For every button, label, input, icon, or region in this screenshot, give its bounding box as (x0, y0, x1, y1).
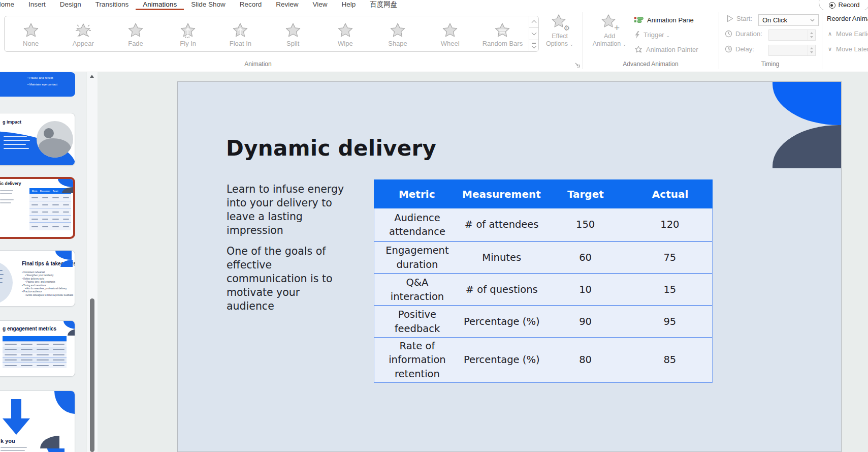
menu-tab-record[interactable]: Record (233, 0, 269, 10)
gallery-item-random-bars[interactable]: Random Bars (476, 16, 529, 51)
shape-animation-star-icon (388, 22, 407, 39)
metrics-table[interactable]: Metric Measurement Target Actual Audienc… (374, 179, 713, 383)
slide-thumbnail-4[interactable]: Final tips & takeaways • Consistent rehe… (0, 250, 75, 307)
start-dropdown[interactable]: On Click (758, 14, 819, 26)
appear-animation-star-icon (74, 22, 93, 39)
chevron-down-icon: ∨ (828, 46, 832, 52)
record-button[interactable]: Record (819, 0, 868, 11)
gallery-item-float-in[interactable]: Float In (214, 16, 267, 51)
spinner-up-icon (810, 47, 813, 49)
quarter-circle-shape (54, 391, 75, 414)
chevron-down-icon: ⌄ (623, 42, 627, 47)
slide-thumbnail-5[interactable]: g engagement metrics (0, 320, 75, 377)
float-in-animation-star-icon (231, 22, 250, 39)
petal-shape (55, 251, 72, 260)
menu-tab-home[interactable]: Home (0, 0, 21, 10)
table-row: Q&A interaction # of questions 10 15 (374, 274, 713, 306)
menu-tab-insert[interactable]: Insert (21, 0, 53, 10)
gallery-item-fly-in[interactable]: Fly In (162, 16, 214, 51)
gallery-more-button[interactable] (529, 40, 538, 51)
effect-options-button[interactable]: ⚙ Effect Options ⌄ (540, 13, 579, 48)
duration-spinner[interactable] (768, 29, 816, 41)
gallery-item-wheel[interactable]: Wheel (424, 16, 476, 51)
gallery-scroll-down-button[interactable] (529, 28, 538, 40)
animation-dialog-launcher[interactable] (574, 62, 580, 68)
add-animation-button[interactable]: + Add Animation ⌄ (587, 13, 632, 48)
table-header-actual: Actual (628, 179, 713, 208)
delay-spinner[interactable] (768, 45, 816, 56)
slide-thumbnail-panel: • Pause and reflect • Maintain eye conta… (0, 72, 86, 452)
slide-body-text[interactable]: Learn to infuse energy into your deliver… (227, 183, 344, 313)
gallery-scroll-up-button[interactable] (529, 16, 538, 28)
animation-gallery: None Appear Fade Fly In (4, 16, 539, 52)
menu-tab-view[interactable]: View (305, 0, 334, 10)
gallery-scrollbar (529, 16, 538, 51)
trigger-button[interactable]: Trigger ⌄ (634, 30, 670, 39)
table-row: Rate of information retention Percentage… (374, 338, 713, 383)
slide-thumbnail-6[interactable]: k you (0, 390, 75, 452)
animation-painter-button[interactable]: Animation Painter (634, 45, 698, 54)
petal-shape (40, 436, 59, 448)
menu-tab-animations[interactable]: Animations (136, 0, 184, 10)
gallery-item-shape[interactable]: Shape (371, 16, 424, 51)
menu-tab-help[interactable]: Help (335, 0, 363, 10)
chevron-down-icon: ⌄ (570, 42, 574, 47)
record-icon (829, 2, 835, 9)
powerpoint-window: Home Insert Design Transitions Animation… (0, 0, 868, 452)
plus-icon: + (614, 23, 620, 33)
table-header-metric: Metric (374, 179, 460, 208)
gear-icon: ⚙ (563, 24, 570, 32)
scrollbar-up-arrow-icon[interactable] (90, 75, 94, 78)
group-label-advanced-animation: Advanced Animation (583, 61, 719, 68)
gallery-item-split[interactable]: Split (267, 16, 319, 51)
petal-shape-blue (773, 82, 842, 125)
move-later-button[interactable]: ∨ Move Later (828, 45, 868, 53)
spinner-arrows[interactable] (808, 30, 815, 40)
menu-tab-review[interactable]: Review (269, 0, 305, 10)
table-header-row: Metric Measurement Target Actual (374, 179, 713, 208)
mini-table (3, 336, 67, 368)
reorder-animation-header: Reorder Animation (827, 15, 868, 22)
animation-painter-icon (634, 46, 642, 53)
mini-table: MetricMeasurementTargetActual (29, 188, 71, 230)
slide-title[interactable]: Dynamic delivery (226, 136, 436, 161)
spinner-arrows[interactable] (808, 45, 815, 55)
ribbon-animations: None Appear Fade Fly In (0, 10, 868, 72)
duration-label-row: Duration: (725, 30, 762, 38)
menu-tab-design[interactable]: Design (53, 0, 88, 10)
petal-shape-dark (773, 125, 842, 168)
gallery-item-wipe[interactable]: Wipe (319, 16, 371, 51)
chevron-down-icon (810, 19, 815, 22)
move-earlier-button[interactable]: ∧ Move Earlier (828, 30, 868, 38)
gallery-item-fade[interactable]: Fade (109, 16, 162, 51)
menu-tab-slide-show[interactable]: Slide Show (184, 0, 233, 10)
clock-icon (725, 45, 732, 53)
slide-thumbnail-2[interactable]: g impact (0, 113, 75, 166)
chevron-down-icon: ⌄ (666, 33, 670, 38)
group-label-animation: Animation (4, 61, 512, 68)
editor-area: • Pause and reflect • Maintain eye conta… (0, 72, 868, 452)
fly-in-animation-star-icon (178, 22, 198, 39)
slide-thumbnail-1[interactable]: • Pause and reflect • Maintain eye conta… (0, 72, 75, 97)
spinner-down-icon (810, 51, 813, 53)
animation-pane-button[interactable]: Animation Pane (634, 15, 694, 24)
menu-tab-baidu-netdisk[interactable]: 百度网盘 (363, 0, 404, 10)
slide-canvas[interactable]: Dynamic delivery Learn to infuse energy … (177, 81, 842, 452)
thumbnail-bullet: • Pause and reflect (27, 76, 53, 79)
thumbnail-bullet: • Maintain eye contact (27, 83, 57, 86)
gallery-item-appear[interactable]: Appear (57, 16, 109, 51)
table-row: Audience attendance # of attendees 150 1… (374, 208, 713, 242)
gallery-item-none[interactable]: None (5, 16, 57, 51)
slide-thumbnail-3-selected[interactable]: ic delivery MetricMeasurementTargetActua… (0, 177, 75, 239)
sidebar-scrollbar-thumb[interactable] (90, 298, 94, 452)
table-row: Positive feedback Percentage (%) 90 95 (374, 306, 713, 338)
wheel-animation-star-icon (440, 22, 460, 39)
group-separator (822, 12, 822, 69)
group-label-timing: Timing (719, 61, 822, 68)
chevron-down-icon (531, 31, 536, 36)
petal-shape (68, 329, 75, 336)
menu-tab-transitions[interactable]: Transitions (88, 0, 136, 10)
photo-circle (37, 121, 73, 158)
animation-pane-icon (634, 16, 644, 23)
none-animation-star-icon (21, 22, 41, 39)
